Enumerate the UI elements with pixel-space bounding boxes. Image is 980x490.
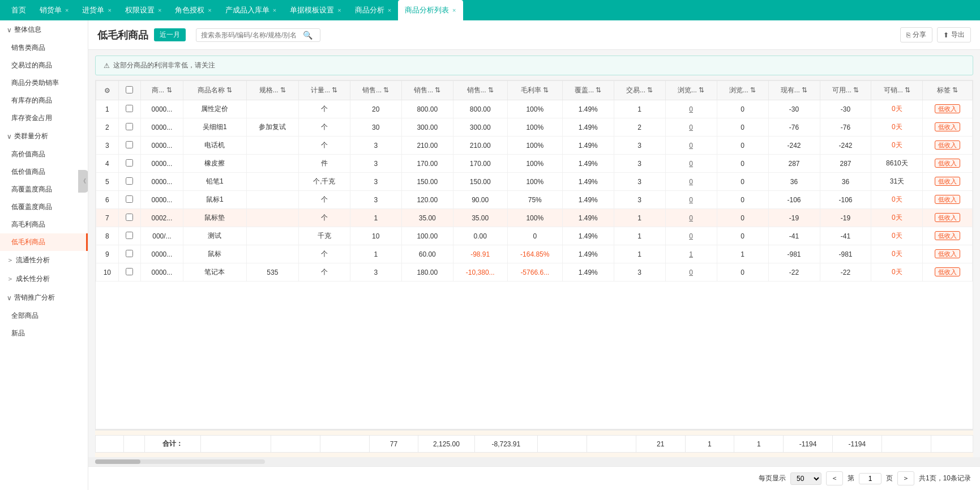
row-trade-count: 3 [614, 137, 665, 155]
next-page-button[interactable]: ＞ [897, 471, 914, 485]
nav-roles[interactable]: 角色授权 × [168, 0, 218, 20]
col-browse1[interactable]: 浏览... ⇅ [665, 81, 717, 100]
sidebar-item-high-value[interactable]: 高价值商品 [0, 146, 88, 163]
row-browse2: 0 [717, 155, 768, 173]
horizontal-scrollbar[interactable] [95, 459, 265, 464]
row-sales-price: 300.00 [401, 118, 453, 137]
col-trade-count[interactable]: 交易... ⇅ [614, 81, 665, 100]
nav-templates-close[interactable]: × [337, 0, 341, 20]
row-name: 电话机 [183, 137, 246, 155]
prev-page-button[interactable]: ＜ [826, 471, 843, 485]
period-button[interactable]: 近一月 [154, 28, 186, 41]
nav-product-analysis-list-close[interactable]: × [452, 0, 456, 20]
row-browse1[interactable]: 0 [665, 173, 717, 191]
sidebar-item-new-products[interactable]: 新品 [0, 325, 88, 342]
share-button[interactable]: ⎘ 分享 [900, 27, 932, 42]
sidebar-item-high-coverage[interactable]: 高覆盖度商品 [0, 181, 88, 198]
sidebar-item-capital[interactable]: 库存资金占用 [0, 109, 88, 127]
col-sales-profit[interactable]: 销售... ⇅ [453, 81, 507, 100]
nav-product-analysis-list[interactable]: 商品分析列表 × [398, 0, 463, 20]
row-gross-rate: 100% [507, 155, 562, 173]
sidebar-item-category-sales[interactable]: 商品分类助销率 [0, 74, 88, 92]
col-settings[interactable]: ⚙ [96, 81, 119, 100]
row-browse1[interactable]: 0 [665, 263, 717, 282]
sidebar-section-growth-title[interactable]: ＞ 成长性分析 [0, 270, 88, 288]
row-checkbox[interactable] [118, 191, 140, 209]
col-spec[interactable]: 规格... ⇅ [246, 81, 298, 100]
col-tag[interactable]: 标签 ⇅ [923, 81, 973, 100]
nav-products-warehouse-close[interactable]: × [273, 0, 276, 20]
notice-bar: ⚠ 这部分商品的利润非常低，请关注 [95, 56, 973, 75]
col-coverage[interactable]: 覆盖... ⇅ [562, 81, 614, 100]
nav-templates[interactable]: 单据模板设置 × [283, 0, 348, 20]
row-browse1[interactable]: 0 [665, 137, 717, 155]
row-browse1[interactable]: 0 [665, 100, 717, 118]
search-input[interactable] [201, 31, 303, 39]
export-button[interactable]: ⬆ 导出 [937, 27, 971, 42]
sidebar-section-marketing-title[interactable]: ∨ 营销推广分析 [0, 288, 88, 307]
col-saleable[interactable]: 可销... ⇅ [871, 81, 923, 100]
nav-purchase-order[interactable]: 进货单 × [75, 0, 118, 20]
sidebar-item-low-margin[interactable]: 低毛利商品 [0, 233, 88, 251]
sidebar-section-overall-title[interactable]: ∨ 整体信息 [0, 20, 88, 39]
row-browse1[interactable]: 0 [665, 227, 717, 245]
row-checkbox[interactable] [118, 137, 140, 155]
sidebar-collapse-button[interactable]: 《 [78, 170, 88, 193]
sidebar-item-high-margin[interactable]: 高毛利商品 [0, 216, 88, 233]
col-browse2[interactable]: 浏览... ⇅ [717, 81, 768, 100]
nav-product-analysis[interactable]: 商品分析 × [348, 0, 398, 20]
col-available[interactable]: 可用... ⇅ [820, 81, 871, 100]
total-available: -1194 [832, 436, 881, 453]
nav-products-warehouse[interactable]: 产成品入库单 × [219, 0, 283, 20]
search-icon[interactable]: 🔍 [303, 31, 313, 40]
sidebar-item-all-products[interactable]: 全部商品 [0, 307, 88, 325]
col-name[interactable]: 商品名称 ⇅ [183, 81, 246, 100]
row-browse1[interactable]: 0 [665, 191, 717, 209]
row-browse1[interactable]: 0 [665, 155, 717, 173]
col-current-stock[interactable]: 现有... ⇅ [768, 81, 820, 100]
sidebar-section-flow-title[interactable]: ＞ 流通性分析 [0, 251, 88, 270]
page-size-select[interactable]: 50 10 20 100 [790, 472, 821, 485]
select-all-checkbox[interactable] [126, 86, 133, 93]
row-browse1[interactable]: 0 [665, 118, 717, 137]
sidebar-item-sales-products[interactable]: 销售类商品 [0, 39, 88, 57]
row-checkbox[interactable] [118, 245, 140, 263]
row-tag: 低收入 [923, 155, 973, 173]
sidebar-section-group-title[interactable]: ∨ 类群量分析 [0, 127, 88, 146]
sidebar-item-low-value[interactable]: 低价值商品 [0, 163, 88, 181]
row-no: 3 [96, 137, 119, 155]
nav-home[interactable]: 首页 [5, 0, 33, 20]
row-checkbox[interactable] [118, 227, 140, 245]
col-code[interactable]: 商... ⇅ [140, 81, 183, 100]
nav-permissions-close[interactable]: × [158, 0, 161, 20]
row-browse1[interactable]: 1 [665, 245, 717, 263]
nav-permissions[interactable]: 权限设置 × [118, 0, 168, 20]
row-checkbox[interactable] [118, 100, 140, 118]
col-gross-rate[interactable]: 毛利率 ⇅ [507, 81, 562, 100]
col-unit[interactable]: 计量... ⇅ [298, 81, 350, 100]
sidebar-item-traded-products[interactable]: 交易过的商品 [0, 57, 88, 74]
nav-sales-order[interactable]: 销货单 × [33, 0, 75, 20]
nav-product-analysis-close[interactable]: × [388, 0, 391, 20]
col-sales-price[interactable]: 销售... ⇅ [401, 81, 453, 100]
col-checkbox[interactable] [118, 81, 140, 100]
row-coverage: 1.49% [562, 191, 614, 209]
row-checkbox[interactable] [118, 209, 140, 227]
row-checkbox[interactable] [118, 155, 140, 173]
row-checkbox[interactable] [118, 118, 140, 137]
row-checkbox[interactable] [118, 173, 140, 191]
row-saleable: 0天 [871, 263, 923, 282]
page-number-input[interactable] [859, 473, 881, 484]
nav-roles-close[interactable]: × [208, 0, 211, 20]
sidebar-item-stocked-products[interactable]: 有库存的商品 [0, 92, 88, 109]
row-browse2: 0 [717, 191, 768, 209]
col-sales-count[interactable]: 销售... ⇅ [350, 81, 401, 100]
row-browse1[interactable]: 0 [665, 209, 717, 227]
nav-sales-order-close[interactable]: × [65, 0, 69, 20]
row-name: 属性定价 [183, 100, 246, 118]
nav-purchase-order-close[interactable]: × [108, 0, 111, 20]
row-current-stock: -981 [768, 245, 820, 263]
row-checkbox[interactable] [118, 263, 140, 282]
sidebar-item-low-coverage[interactable]: 低覆盖度商品 [0, 198, 88, 216]
row-sales-profit: -10,380... [453, 263, 507, 282]
